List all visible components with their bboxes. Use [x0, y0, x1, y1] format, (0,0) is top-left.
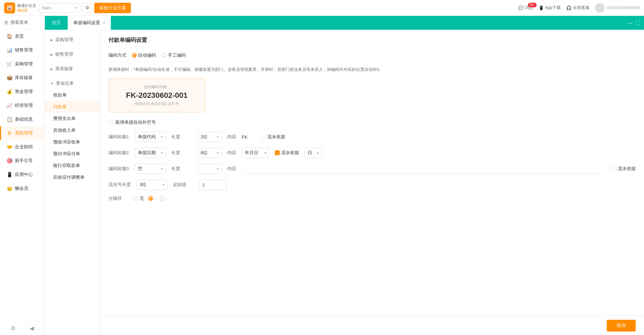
minimize-button[interactable]: —: [627, 20, 632, 26]
sidebar-item-inventory[interactable]: 📦 库存核算: [0, 71, 45, 85]
serial3-checkbox[interactable]: [612, 166, 616, 171]
sidebar-item-guide[interactable]: 🎯 新手引导: [0, 154, 45, 168]
user-area[interactable]: XXXXXXXXXXXX: [595, 3, 640, 13]
tab-home[interactable]: 首页: [45, 16, 68, 30]
sub-nav-item-bank[interactable]: 银行存取款单: [45, 160, 100, 171]
start-value-input[interactable]: 1: [199, 179, 227, 190]
manual-encode-radio[interactable]: 手工编码: [162, 52, 186, 58]
auto-encode-radio[interactable]: 自动编码: [132, 52, 156, 58]
sep-dot-radio[interactable]: ·: [160, 196, 167, 201]
serial-unit-select[interactable]: 日 ▾: [305, 148, 322, 158]
preview-sub: 单据代码-单据日期-流水号: [117, 101, 196, 106]
avatar: [595, 3, 605, 13]
prefix2-select[interactable]: 单据日期 ▾: [135, 148, 166, 158]
sub-nav-header-inventory[interactable]: ▶ 库存核算: [45, 63, 100, 75]
maximize-button[interactable]: ⛶: [635, 20, 640, 26]
sidebar-item-finance[interactable]: 💰 资金管理: [0, 85, 45, 99]
settings-row-1: 编码前缀1 单据代码 ▾ 长度 2位 ▾ 内容 FK: [108, 132, 636, 142]
serial2-checkbox[interactable]: ✓: [275, 150, 280, 155]
sub-nav-item-prepay-advance[interactable]: 预收冲应收单: [45, 136, 100, 148]
sub-nav-header-purchase[interactable]: ▶ 采购管理: [45, 34, 100, 46]
top-header: 🐷 畅通好生意 猪品版 Nare ▾ ⚙ 体验行业方案 💬 消息 99+ 📱 A…: [0, 0, 644, 16]
separator-label: 分隔符: [108, 195, 129, 202]
sidebar-item-home[interactable]: 🏠 首页: [0, 29, 45, 43]
message-button[interactable]: 💬 消息 99+: [518, 5, 533, 11]
serial-row: 流水号长度 3位 ▾ 起始值 1: [108, 179, 636, 190]
encode-method-label: 编码方式: [108, 52, 126, 58]
logo-area: 🐷 畅通好生意 猪品版: [4, 2, 36, 13]
serial3-checkbox-item: 流水依据: [612, 166, 636, 172]
auto-fill-row: 新增单据自动补空号: [108, 119, 636, 125]
tab-active-encoding[interactable]: 单据编码设置 ×: [68, 16, 111, 30]
sidebar-item-operation[interactable]: 📈 经营管理: [0, 99, 45, 112]
sub-nav-group-sales: ▶ 销售管理: [45, 47, 100, 62]
sidebar-collapse-icon[interactable]: ◀: [30, 325, 34, 332]
sub-nav-item-expense[interactable]: 费用支出单: [45, 113, 100, 124]
gear-icon: ⚙: [85, 5, 89, 10]
sidebar-item-appstore[interactable]: 📱 应用中心: [0, 168, 45, 182]
sub-nav-item-ar-ap-adjust[interactable]: 应收应付调整单: [45, 171, 100, 183]
trial-button[interactable]: 体验行业方案: [94, 3, 131, 13]
sidebar-item-partner[interactable]: 🤝 企业协同: [0, 140, 45, 154]
content2-select[interactable]: 年月日 ▾: [242, 148, 269, 158]
appstore-icon: 📱: [7, 172, 12, 177]
app-download-button[interactable]: 📱 App下载: [539, 5, 561, 11]
prefix3-select[interactable]: 空 ▾: [135, 164, 166, 174]
serial1-checkbox[interactable]: [261, 134, 266, 139]
preview-value: FK-20230602-001: [117, 91, 196, 100]
save-button[interactable]: 保存: [607, 320, 636, 332]
code-preview-box: 当前编码示例： FK-20230602-001 单据代码-单据日期-流水号: [108, 78, 205, 112]
company-dropdown[interactable]: Nare ▾: [39, 3, 80, 13]
sep-none-radio[interactable]: 无: [133, 195, 144, 202]
phone-icon: 📱: [539, 6, 544, 10]
prefix3-arrow-icon: ▾: [161, 167, 163, 171]
sidebar-item-member[interactable]: 👑 畅会员: [0, 182, 45, 195]
sidebar-item-basic[interactable]: 📋 基础信息: [0, 112, 45, 126]
content3-label: 内容: [227, 166, 236, 172]
sub-nav-header-finance[interactable]: ▼ 资金往来: [45, 77, 100, 89]
preview-label: 当前编码示例：: [117, 84, 196, 90]
sidebar-bottom: ⚙ ◀: [0, 321, 45, 335]
sep-dash-radio[interactable]: ·: [148, 196, 156, 201]
sales-icon: 📊: [7, 47, 12, 53]
sep-dash-dot: [150, 197, 152, 200]
sub-nav-item-prepaid-write-off[interactable]: 预付冲应付单: [45, 148, 100, 160]
sub-nav-item-other-income[interactable]: 其他收入单: [45, 124, 100, 136]
sidebar-item-purchase[interactable]: 🛒 采购管理: [0, 57, 45, 71]
sub-nav-group-finance: ▼ 资金往来 收款单 付款单 费用支出单 其他收入单 预收冲应收单 预付冲应付单…: [45, 76, 100, 185]
manual-encode-circle: [162, 53, 166, 58]
header-left: 🐷 畅通好生意 猪品版 Nare ▾ ⚙ 体验行业方案: [4, 2, 131, 13]
settings-button[interactable]: ⚙: [83, 3, 92, 13]
sub-nav-item-receipt[interactable]: 收款单: [45, 89, 100, 101]
prefix1-select[interactable]: 单据代码 ▾: [135, 132, 166, 142]
sub-nav-header-sales[interactable]: ▶ 销售管理: [45, 48, 100, 60]
encode-method-row: 编码方式 自动编码 手工编码: [108, 49, 636, 62]
online-service-button[interactable]: 🎧 在线客服: [566, 5, 589, 11]
sep-none-circle: [133, 196, 138, 201]
sidebar-item-system[interactable]: ⚙ 系统管理: [0, 126, 45, 140]
dropdown-arrow-icon: ▾: [76, 6, 77, 10]
tab-close-button[interactable]: ×: [103, 20, 105, 25]
nav-items: 🏠 首页 📊 销售管理 🛒 采购管理 📦 库存核算 💰 资金管理 📈 经: [0, 29, 45, 321]
system-icon: ⚙: [7, 130, 12, 136]
search-menu-button[interactable]: ☰ 搜索菜单: [0, 16, 45, 29]
sidebar-settings-icon[interactable]: ⚙: [11, 325, 16, 332]
length3-select[interactable]: ▾: [198, 164, 222, 174]
serial-length-arrow-icon: ▾: [163, 183, 164, 187]
length1-select[interactable]: 2位 ▾: [198, 132, 222, 142]
sidebar-item-sales[interactable]: 📊 销售管理: [0, 43, 45, 57]
settings-row-3: 编码前缀3 空 ▾ 长度 ▾ 内容: [108, 164, 636, 174]
member-icon: 👑: [7, 186, 12, 191]
bottom-bar: 保存: [100, 316, 644, 335]
serial-length-select[interactable]: 3位 ▾: [136, 179, 167, 190]
inventory-icon: 📦: [7, 75, 12, 81]
length2-arrow-icon: ▾: [217, 151, 219, 155]
length1-label: 长度: [171, 134, 192, 140]
length2-select[interactable]: 8位 ▾: [198, 148, 222, 158]
chevron-right-icon-2: ▶: [50, 53, 53, 56]
sub-nav-item-payment[interactable]: 付款单: [45, 101, 100, 113]
serial-length-label: 流水号长度: [108, 182, 131, 188]
length3-arrow-icon: ▾: [217, 167, 219, 171]
auto-fill-checkbox[interactable]: [108, 120, 113, 125]
headset-icon: 🎧: [566, 6, 571, 10]
